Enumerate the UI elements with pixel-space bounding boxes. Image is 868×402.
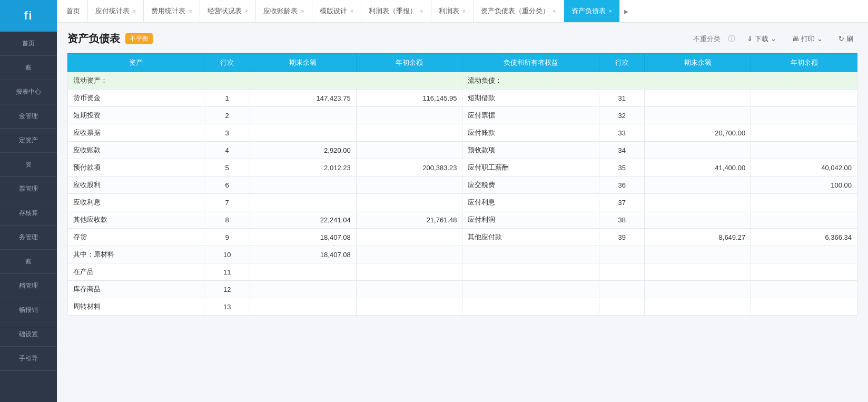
sidebar-item-home[interactable]: 首页 [0, 32, 57, 56]
cell-year-start2 [751, 194, 857, 211]
cell-row-num2: 32 [599, 107, 644, 124]
tab-template-design[interactable]: 模版设计 × [312, 0, 361, 23]
th-liability: 负债和所有者权益 [462, 54, 599, 72]
tab-receivable-aging[interactable]: 应收账龄表 × [256, 0, 312, 23]
table-row: 应收股利 6 应交税费 36 100.00 [68, 177, 857, 194]
cell-asset: 库存商品 [68, 281, 204, 298]
cell-period-end [250, 281, 356, 298]
cell-liability: 应付账款 [462, 124, 599, 142]
classify-label: 不重分类 [693, 34, 721, 44]
cell-period-end: 2,012.23 [250, 159, 356, 177]
cell-row-num2: 36 [599, 177, 644, 194]
cell-year-start2 [751, 246, 857, 263]
cell-asset: 短期投资 [68, 107, 204, 124]
sidebar-item-settings[interactable]: 础设置 [0, 322, 57, 347]
cell-year-start: 200,383.23 [356, 159, 462, 177]
tab-income-quarterly[interactable]: 利润表（季报） × [361, 0, 431, 23]
tab-close-income-quarterly[interactable]: × [420, 8, 423, 14]
cell-liability: 其他应付款 [462, 229, 599, 246]
refresh-button[interactable]: ↻ 刷 [834, 32, 857, 46]
sidebar-item-bill-mgmt[interactable]: 票管理 [0, 177, 57, 201]
cell-row-num: 2 [204, 107, 250, 124]
tab-income[interactable]: 利润表 × [431, 0, 474, 23]
cell-asset: 预付款项 [68, 159, 204, 177]
tab-payable-stats[interactable]: 应付统计表 × [88, 0, 144, 23]
cell-liability: 预收款项 [462, 142, 599, 159]
cell-period-end2 [645, 211, 751, 229]
cell-liability: 应付利润 [462, 211, 599, 229]
cell-row-num: 13 [204, 298, 250, 316]
help-icon[interactable]: ⓘ [728, 34, 735, 44]
sidebar-item-cash-mgmt[interactable]: 金管理 [0, 104, 57, 129]
tab-home[interactable]: 首页 [59, 0, 88, 23]
print-chevron-icon: ⌄ [817, 35, 823, 43]
cell-asset: 应收利息 [68, 194, 204, 211]
cell-row-num: 9 [204, 229, 250, 246]
tab-close-income[interactable]: × [462, 8, 466, 14]
cell-asset: 在产品 [68, 263, 204, 281]
table-row: 存货 9 18,407.08 其他应付款 39 8,649.27 6,366.3… [68, 229, 857, 246]
header-actions: 不重分类 ⓘ ⇓ 下载 ⌄ 🖶 打印 ⌄ ↻ 刷 [693, 32, 857, 46]
cell-year-start2 [751, 211, 857, 229]
cell-row-num: 7 [204, 194, 250, 211]
cell-year-start [356, 124, 462, 142]
sidebar-item-fixed-assets[interactable]: 定资产 [0, 129, 57, 153]
th-row-num2: 行次 [599, 54, 644, 72]
cell-year-start [356, 246, 462, 263]
cell-row-num2: 34 [599, 142, 644, 159]
tab-close-receivable-aging[interactable]: × [301, 8, 304, 14]
cell-row-num: 1 [204, 90, 250, 107]
cell-period-end2 [645, 281, 751, 298]
cell-period-end2: 20,700.00 [645, 124, 751, 142]
sidebar-item-report-center[interactable]: 报表中心 [0, 80, 57, 104]
cell-period-end2 [645, 142, 751, 159]
sidebar-item-expense[interactable]: 畅报销 [0, 298, 57, 322]
tab-balance[interactable]: 资产负债表 × [564, 0, 620, 23]
cell-year-start [356, 142, 462, 159]
content-area: 资产负债表 不平衡 不重分类 ⓘ ⇓ 下载 ⌄ 🖶 打印 ⌄ ↻ 刷 [57, 23, 868, 402]
tab-balance-reclassified[interactable]: 资产负债表（重分类） × [474, 0, 564, 23]
cell-liability: 应交税费 [462, 177, 599, 194]
page-header: 资产负债表 不平衡 不重分类 ⓘ ⇓ 下载 ⌄ 🖶 打印 ⌄ ↻ 刷 [67, 32, 857, 46]
sidebar-item-tax-mgmt[interactable]: 务管理 [0, 225, 57, 250]
cell-row-num: 6 [204, 177, 250, 194]
cell-liability [462, 281, 599, 298]
tab-close-balance[interactable]: × [609, 8, 612, 14]
cell-period-end: 22,241.04 [250, 211, 356, 229]
sidebar-item-account[interactable]: 账 [0, 56, 57, 80]
cell-period-end2 [645, 246, 751, 263]
sidebar-item-inventory[interactable]: 存核算 [0, 201, 57, 225]
cell-year-start: 116,145.95 [356, 90, 462, 107]
cell-period-end2 [645, 90, 751, 107]
tab-close-operations[interactable]: × [245, 8, 248, 14]
cell-row-num: 11 [204, 263, 250, 281]
cell-row-num2 [599, 246, 644, 263]
sidebar-item-ledger[interactable]: 账 [0, 250, 57, 274]
table-row: 短期投资 2 应付票据 32 [68, 107, 857, 124]
cell-row-num: 4 [204, 142, 250, 159]
download-button[interactable]: ⇓ 下载 ⌄ [743, 32, 781, 46]
cell-period-end [250, 124, 356, 142]
cell-period-end [250, 194, 356, 211]
sidebar-item-investment[interactable]: 资 [0, 153, 57, 177]
section-liability-label: 流动负债： [462, 72, 857, 90]
cell-year-start [356, 263, 462, 281]
download-chevron-icon: ⌄ [771, 35, 776, 43]
print-button[interactable]: 🖶 打印 ⌄ [788, 32, 827, 46]
tab-operations[interactable]: 经营状况表 × [200, 0, 256, 23]
table-row: 库存商品 12 [68, 281, 857, 298]
cell-year-start [356, 298, 462, 316]
th-row-num: 行次 [204, 54, 250, 72]
cell-year-start2 [751, 107, 857, 124]
tab-close-balance-reclassified[interactable]: × [553, 8, 556, 14]
cell-row-num2 [599, 263, 644, 281]
tab-close-template-design[interactable]: × [350, 8, 353, 14]
sidebar-item-guide[interactable]: 手引导 [0, 347, 57, 371]
tab-close-expense-stats[interactable]: × [189, 8, 192, 14]
tab-expense-stats[interactable]: 费用统计表 × [144, 0, 200, 23]
tab-scroll-right[interactable]: ▸ [620, 0, 633, 23]
cell-year-start2: 100.00 [751, 177, 857, 194]
tab-close-payable-stats[interactable]: × [133, 8, 136, 14]
sidebar-item-archive[interactable]: 档管理 [0, 274, 57, 298]
cell-period-end2 [645, 263, 751, 281]
